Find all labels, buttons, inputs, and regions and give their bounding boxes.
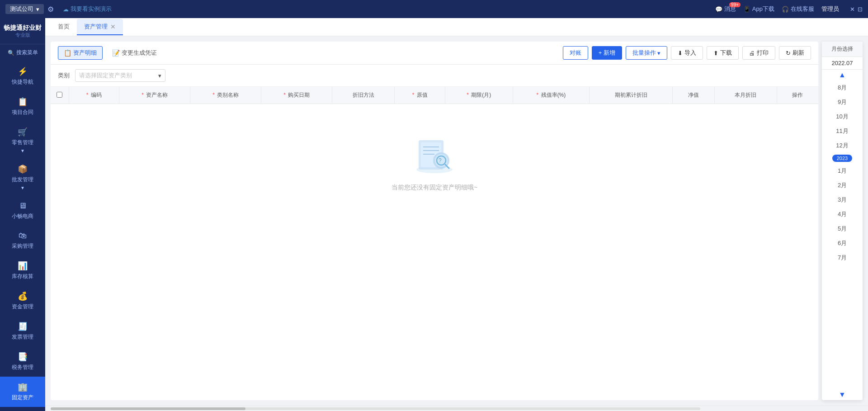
maximize-window-button[interactable]: ⊡	[858, 6, 863, 13]
sidebar-item-purchase[interactable]: 🛍 采购管理	[0, 226, 45, 255]
sub-tab-change-voucher-label: 变更生成凭证	[122, 49, 157, 57]
cloud-icon: ☁	[63, 6, 69, 13]
select-chevron-icon: ▾	[158, 72, 161, 79]
month-item-1[interactable]: 1月	[822, 164, 863, 178]
print-button[interactable]: 🖨 打印	[742, 46, 775, 60]
close-window-button[interactable]: ✕	[850, 6, 855, 13]
sidebar-item-invoice[interactable]: 🧾 发票管理	[0, 316, 45, 346]
refresh-button[interactable]: ↻ 刷新	[779, 46, 811, 60]
filter-bar: 类别 请选择固定资产类别 ▾	[51, 65, 818, 87]
tab-home[interactable]: 首页	[51, 19, 77, 35]
sidebar-item-retail[interactable]: 🛒 零售管理 ▼	[0, 122, 45, 159]
category-filter-select[interactable]: 请选择固定资产类别 ▾	[75, 69, 165, 82]
month-nav-up-icon[interactable]: ▲	[839, 71, 846, 79]
month-item-11[interactable]: 11月	[822, 124, 863, 138]
tab-asset-mgmt[interactable]: 资产管理 ✕	[77, 19, 123, 35]
month-item-9[interactable]: 9月	[822, 95, 863, 109]
sidebar-item-finance[interactable]: 💰 资金管理	[0, 286, 45, 316]
print-label: 打印	[757, 49, 769, 57]
company-selector[interactable]: 测试公司 ▾	[5, 4, 44, 14]
sidebar-search[interactable]: 🔍 搜索菜单	[0, 44, 45, 61]
col-period: * 期限(月)	[445, 87, 513, 104]
sub-tab-asset-detail[interactable]: 📋 资产明细	[58, 46, 103, 60]
demo-label: 我要看实例演示	[71, 5, 112, 13]
wholesale-icon: 📦	[18, 164, 28, 174]
month-item-4[interactable]: 4月	[822, 207, 863, 222]
sidebar-item-wholesale[interactable]: 📦 批发管理 ▼	[0, 159, 45, 196]
month-item-7-2023[interactable]: 7月	[822, 250, 863, 265]
sidebar: 畅捷通好业财 专业版 🔍 搜索菜单 ⚡ 快捷导航 📋 项目合同 🛒 零售管理 ▼…	[0, 18, 45, 411]
app-download-label: App下载	[752, 5, 774, 13]
message-button[interactable]: 💬 消息 99+	[715, 5, 736, 13]
sub-tab-asset-detail-label: 资产明细	[73, 49, 97, 57]
import-icon: ⬇	[678, 50, 683, 57]
sidebar-item-label: 项目合同	[12, 109, 33, 116]
year-badge-container: 2023	[822, 153, 863, 164]
tax-icon: 📑	[18, 352, 28, 362]
company-name: 测试公司	[10, 5, 33, 13]
tab-close-button[interactable]: ✕	[110, 23, 116, 30]
month-item-3[interactable]: 3月	[822, 193, 863, 207]
sub-tab-change-voucher[interactable]: 📝 变更生成凭证	[106, 46, 163, 60]
search-icon: 🔍	[8, 50, 14, 56]
download-icon: ⬆	[713, 50, 718, 57]
tab-asset-mgmt-label: 资产管理	[84, 23, 108, 31]
horizontal-scrollbar[interactable]	[51, 407, 700, 410]
download-button[interactable]: ⬆ 下载	[707, 46, 739, 60]
demo-link[interactable]: ☁ 我要看实例演示	[63, 5, 112, 13]
online-service-button[interactable]: 🎧 在线客服	[782, 5, 814, 13]
year-badge-2023: 2023	[832, 155, 852, 162]
sidebar-item-ecommerce[interactable]: 🖥 小畅电商	[0, 196, 45, 226]
scroll-bar-area	[45, 406, 868, 411]
month-nav-up[interactable]: ▲	[822, 70, 863, 80]
select-all-checkbox[interactable]	[57, 92, 62, 98]
month-nav-down[interactable]: ▼	[822, 389, 863, 400]
sidebar-item-label: 小畅电商	[12, 213, 33, 220]
month-item-12[interactable]: 12月	[822, 138, 863, 153]
month-item-10[interactable]: 10月	[822, 109, 863, 124]
month-item-6[interactable]: 6月	[822, 236, 863, 250]
expand-icon: ▼	[20, 185, 25, 190]
headset-icon: 🎧	[782, 6, 789, 13]
sidebar-item-label: 资金管理	[12, 303, 33, 311]
sidebar-item-fixed-assets[interactable]: 🏢 固定资产	[0, 377, 45, 407]
chevron-down-icon: ▾	[36, 6, 39, 13]
quick-nav-icon: ⚡	[18, 66, 28, 76]
month-nav-down-icon[interactable]: ▼	[839, 391, 846, 398]
sidebar-item-inventory[interactable]: 📊 库存核算	[0, 255, 45, 286]
page-content: 📋 资产明细 📝 变更生成凭证 对账 + 新增	[45, 36, 868, 406]
import-label: 导入	[684, 49, 696, 57]
month-item-8[interactable]: 8月	[822, 80, 863, 95]
retail-icon: 🛒	[18, 127, 28, 137]
batch-ops-label: 批量操作	[632, 49, 656, 57]
sidebar-item-salary[interactable]: 💵 工资	[0, 407, 45, 411]
settings-icon[interactable]: ⚙	[47, 5, 54, 14]
month-item-5[interactable]: 5月	[822, 222, 863, 236]
top-bar-right: 💬 消息 99+ 📱 App下载 🎧 在线客服 管理员 ✕ ⊡	[715, 5, 863, 13]
main-layout: 畅捷通好业财 专业版 🔍 搜索菜单 ⚡ 快捷导航 📋 项目合同 🛒 零售管理 ▼…	[0, 18, 868, 411]
list-icon: 📋	[64, 49, 71, 57]
top-bar: 测试公司 ▾ ⚙ ☁ 我要看实例演示 💬 消息 99+ 📱 App下载 🎧 在线…	[0, 0, 868, 18]
sidebar-item-quick-nav[interactable]: ⚡ 快捷导航	[0, 61, 45, 91]
app-edition: 专业版	[4, 32, 42, 38]
refresh-label: 刷新	[793, 49, 804, 57]
top-bar-left: 测试公司 ▾ ⚙ ☁ 我要看实例演示	[5, 4, 112, 14]
col-purchase-date: * 购买日期	[261, 87, 332, 104]
sidebar-item-label: 采购管理	[12, 242, 33, 250]
assets-table: * 编码 * 资产名称 * 类别名称	[51, 87, 818, 104]
project-icon: 📋	[18, 97, 28, 107]
col-name: * 资产名称	[119, 87, 190, 104]
reconcile-button[interactable]: 对账	[563, 46, 588, 60]
month-item-2[interactable]: 2月	[822, 178, 863, 193]
content-area: 首页 资产管理 ✕ 📋 资产明细 📝 变更生成凭证	[45, 18, 868, 411]
app-download-button[interactable]: 📱 App下载	[743, 5, 774, 13]
month-panel-header: 月份选择	[822, 42, 863, 57]
add-button[interactable]: + 新增	[592, 46, 622, 60]
import-button[interactable]: ⬇ 导入	[671, 46, 703, 60]
sidebar-item-tax[interactable]: 📑 税务管理	[0, 346, 45, 377]
expand-icon: ▼	[20, 148, 25, 153]
sidebar-item-project[interactable]: 📋 项目合同	[0, 91, 45, 122]
batch-ops-chevron: ▾	[657, 50, 660, 57]
edit-icon: 📝	[112, 49, 120, 57]
batch-ops-button[interactable]: 批量操作 ▾	[626, 46, 667, 60]
